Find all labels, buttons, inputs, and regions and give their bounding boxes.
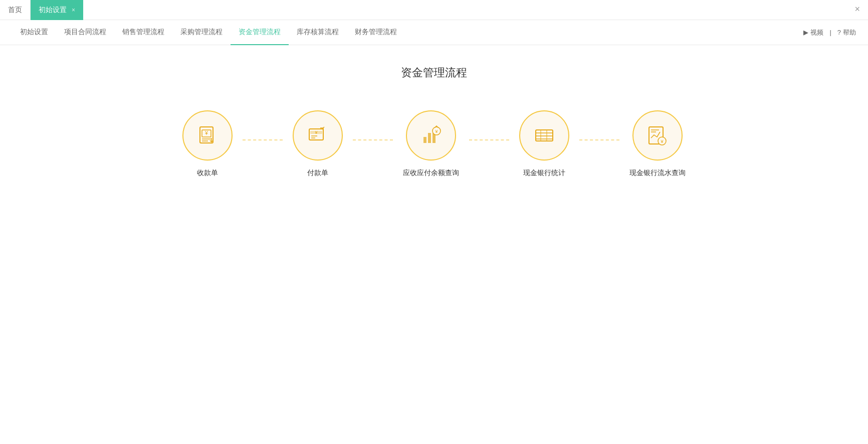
connector-4 bbox=[569, 139, 629, 140]
svg-rect-10 bbox=[423, 137, 426, 143]
home-label: 首页 bbox=[8, 6, 22, 15]
video-link[interactable]: ▶ 视频 bbox=[803, 28, 823, 37]
video-label: 视频 bbox=[810, 28, 823, 37]
nav-bar: 初始设置 项目合同流程 销售管理流程 采购管理流程 资金管理流程 库存核算流程 … bbox=[0, 20, 868, 45]
help-link[interactable]: ? 帮助 bbox=[837, 28, 856, 37]
page-title: 资金管理流程 bbox=[401, 65, 467, 80]
nav-item-init[interactable]: 初始设置 bbox=[12, 20, 56, 45]
nav-separator: | bbox=[829, 29, 831, 36]
svg-text:¥: ¥ bbox=[314, 130, 318, 135]
payment-icon-wrapper: ¥ bbox=[293, 110, 343, 161]
nav-item-sales[interactable]: 销售管理流程 bbox=[114, 20, 172, 45]
nav-item-finance[interactable]: 财务管理流程 bbox=[347, 20, 405, 45]
nav-item-project[interactable]: 项目合同流程 bbox=[56, 20, 114, 45]
tab-close-icon[interactable]: × bbox=[72, 7, 75, 14]
window-close-button[interactable]: × bbox=[854, 4, 860, 15]
svg-rect-11 bbox=[428, 133, 431, 143]
payment-label: 付款单 bbox=[307, 169, 328, 178]
connector-3 bbox=[459, 139, 519, 140]
transaction-icon: ¥ bbox=[645, 123, 670, 148]
svg-text:¥: ¥ bbox=[204, 130, 208, 136]
transaction-label: 现金银行流水查询 bbox=[629, 169, 686, 178]
flow-item-balance[interactable]: ¥ 应收应付余额查询 bbox=[403, 110, 459, 178]
balance-icon-wrapper: ¥ bbox=[406, 110, 456, 161]
receipt-icon: ¥ bbox=[195, 123, 220, 148]
active-tab[interactable]: 初始设置 × bbox=[31, 0, 83, 20]
flow-item-payment[interactable]: ¥ 付款单 bbox=[293, 110, 343, 178]
connector-1 bbox=[233, 139, 293, 140]
payment-icon: ¥ bbox=[305, 123, 330, 148]
active-tab-label: 初始设置 bbox=[39, 6, 67, 15]
video-icon: ▶ bbox=[803, 29, 808, 36]
help-label: 帮助 bbox=[843, 28, 856, 37]
transaction-icon-wrapper: ¥ bbox=[632, 110, 683, 161]
flow-item-cashbank[interactable]: 现金银行统计 bbox=[519, 110, 569, 178]
balance-icon: ¥ bbox=[418, 123, 444, 148]
top-bar: 首页 初始设置 × bbox=[0, 0, 868, 20]
main-content: 资金管理流程 ¥ 收款单 bbox=[0, 45, 868, 198]
flow-item-receipt[interactable]: ¥ 收款单 bbox=[182, 110, 233, 178]
receipt-label: 收款单 bbox=[197, 169, 218, 178]
cashbank-icon bbox=[532, 123, 557, 148]
nav-item-fund[interactable]: 资金管理流程 bbox=[231, 20, 289, 45]
flow-container: ¥ 收款单 ¥ bbox=[182, 110, 686, 178]
nav-item-purchase[interactable]: 采购管理流程 bbox=[172, 20, 231, 45]
cashbank-icon-wrapper bbox=[519, 110, 569, 161]
connector-2 bbox=[343, 139, 403, 140]
home-tab[interactable]: 首页 bbox=[0, 0, 31, 20]
balance-label: 应收应付余额查询 bbox=[403, 169, 459, 178]
help-icon: ? bbox=[837, 29, 841, 36]
receipt-icon-wrapper: ¥ bbox=[182, 110, 233, 161]
svg-text:¥: ¥ bbox=[660, 139, 664, 144]
svg-text:¥: ¥ bbox=[435, 129, 438, 134]
cashbank-label: 现金银行统计 bbox=[523, 169, 565, 178]
flow-item-transaction[interactable]: ¥ 现金银行流水查询 bbox=[629, 110, 686, 178]
nav-bar-right: ▶ 视频 | ? 帮助 bbox=[803, 28, 856, 37]
nav-item-inventory[interactable]: 库存核算流程 bbox=[289, 20, 347, 45]
